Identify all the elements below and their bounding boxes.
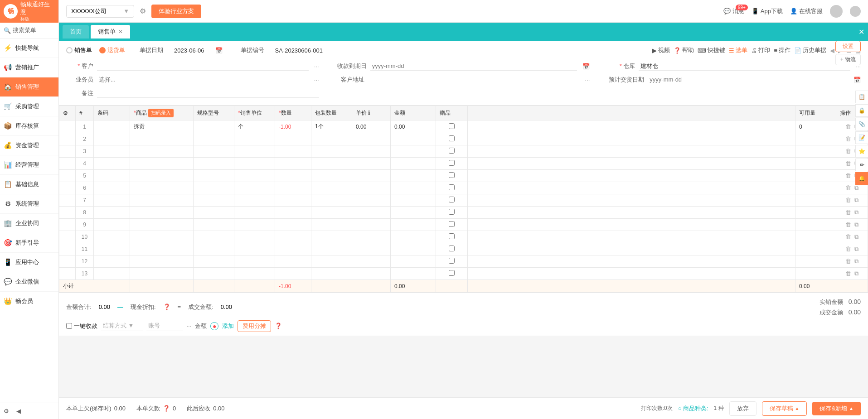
cell-amount-7[interactable] [391,207,436,219]
cell-unit-3[interactable] [234,158,275,170]
sidebar-item-purchase[interactable]: 🛒 采购管理 [0,97,58,116]
cell-unit-9[interactable] [234,231,275,243]
discount-help-icon[interactable]: ❓ [163,303,170,310]
cell-barcode-3[interactable] [94,158,130,170]
delete-icon-11[interactable]: 🗑 [845,258,851,265]
cell-spec-6[interactable] [194,194,234,207]
gift-checkbox-10[interactable] [449,246,455,251]
sidebar-item-system[interactable]: ⚙ 系统管理 [0,194,58,214]
warehouse-input[interactable] [639,62,850,71]
cell-price-3[interactable] [352,158,391,170]
cell-qty-9[interactable] [275,231,311,243]
cell-pkgqty-1[interactable] [311,133,352,145]
cell-unit-0[interactable]: 个 [234,120,275,133]
action-video[interactable]: ▶ 视频 [652,46,670,54]
sidebar-item-base[interactable]: 📋 基础信息 [0,175,58,194]
cell-product-5[interactable] [130,182,194,194]
logistics-btn[interactable]: + 物流 [835,54,861,65]
abandon-button[interactable]: 放弃 [729,401,756,416]
cell-gift-11[interactable] [436,255,468,268]
action-operation[interactable]: ≡ 操作 [774,46,790,54]
company-selector[interactable]: XXXXXX公司 ▼ [66,5,134,18]
gift-checkbox-2[interactable] [449,148,455,154]
tabbar-close-btn[interactable]: ✕ [858,28,864,36]
sidebar-item-finance[interactable]: 💰 资金管理 [0,136,58,155]
gift-checkbox-4[interactable] [449,172,455,178]
sidebar-item-appstore[interactable]: 📱 应用中心 [0,253,58,272]
cell-gift-1[interactable] [436,133,468,145]
cell-product-3[interactable] [130,158,194,170]
cell-qty-0[interactable]: -1.00 [275,120,311,133]
cell-gift-5[interactable] [436,182,468,194]
delete-icon-0[interactable]: 🗑 [845,123,851,130]
cell-unit-12[interactable] [234,268,275,280]
cell-amount-2[interactable] [391,145,436,158]
cell-product-10[interactable] [130,243,194,255]
cell-barcode-2[interactable] [94,145,130,158]
cell-price-12[interactable] [352,268,391,280]
payment-due-input[interactable] [370,62,577,71]
cell-amount-4[interactable] [391,170,436,182]
delete-icon-3[interactable]: 🗑 [845,160,851,167]
sidebar-item-guide[interactable]: 🎯 新手引导 [0,233,58,253]
action-history[interactable]: 📄 历史单据 [794,46,826,54]
add-payment-btn[interactable]: ● [210,322,218,330]
cell-amount-11[interactable] [391,255,436,268]
cell-amount-10[interactable] [391,243,436,255]
copy-icon-9[interactable]: ⧉ [854,233,858,240]
cell-barcode-12[interactable] [94,268,130,280]
copy-icon-12[interactable]: ⧉ [854,270,858,277]
delivery-date-input[interactable] [648,75,848,84]
sidebar-item-marketing[interactable]: 📢 营销推广 [0,58,58,77]
sidebar-item-inventory[interactable]: 📦 库存核算 [0,116,58,136]
cell-pkgqty-5[interactable] [311,182,352,194]
cell-product-0[interactable]: 拆贡 [130,120,194,133]
settings-gear-btn[interactable]: ⚙ [140,7,146,15]
cell-barcode-4[interactable] [94,170,130,182]
scan-button[interactable]: 扫码录入 [148,109,174,117]
cell-pkgqty-11[interactable] [311,255,352,268]
cell-amount-6[interactable] [391,194,436,207]
cell-amount-9[interactable] [391,231,436,243]
cell-pkgqty-9[interactable] [311,231,352,243]
cell-qty-11[interactable] [275,255,311,268]
gift-checkbox-0[interactable] [449,123,455,129]
gift-checkbox-6[interactable] [449,197,455,202]
delete-icon-5[interactable]: 🗑 [845,184,851,191]
tab-home[interactable]: 首页 [63,25,89,39]
cell-price-9[interactable] [352,231,391,243]
cell-qty-8[interactable] [275,219,311,231]
gift-checkbox-12[interactable] [449,270,455,276]
message-btn[interactable]: 💬 消息 99+ [723,7,744,15]
delete-icon-7[interactable]: 🗑 [845,209,851,216]
cell-price-6[interactable] [352,194,391,207]
sidebar-item-enterprise[interactable]: 🏢 企业协同 [0,214,58,233]
right-panel-btn-4[interactable]: 📝 [855,131,868,144]
app-download-btn[interactable]: 📱 App下载 [752,7,783,15]
delivery-date-calendar-icon[interactable]: 📅 [853,77,861,83]
cell-pkgqty-2[interactable] [311,145,352,158]
cell-product-11[interactable] [130,255,194,268]
delete-icon-10[interactable]: 🗑 [845,246,851,252]
copy-icon-8[interactable]: ⧉ [854,221,858,228]
cell-gift-8[interactable] [436,219,468,231]
cell-gift-2[interactable] [436,145,468,158]
copy-icon-11[interactable]: ⧉ [854,258,858,265]
cell-qty-12[interactable] [275,268,311,280]
save-new-button[interactable]: 保存&新增 ▲ [812,402,861,415]
cell-unit-10[interactable] [234,243,275,255]
customer-picker-icon[interactable]: ··· [314,63,319,70]
one-click-payment[interactable]: 一键收款 [66,322,97,330]
delete-icon-6[interactable]: 🗑 [845,197,851,203]
cell-unit-7[interactable] [234,207,275,219]
gift-checkbox-5[interactable] [449,184,455,190]
cell-price-8[interactable] [352,219,391,231]
cell-price-2[interactable] [352,145,391,158]
cell-unit-1[interactable] [234,133,275,145]
online-service-btn[interactable]: 👤 在线客服 [790,7,823,15]
cell-price-1[interactable] [352,133,391,145]
cell-barcode-10[interactable] [94,243,130,255]
cell-spec-0[interactable] [194,120,234,133]
gift-checkbox-1[interactable] [449,135,455,141]
cell-product-9[interactable] [130,231,194,243]
